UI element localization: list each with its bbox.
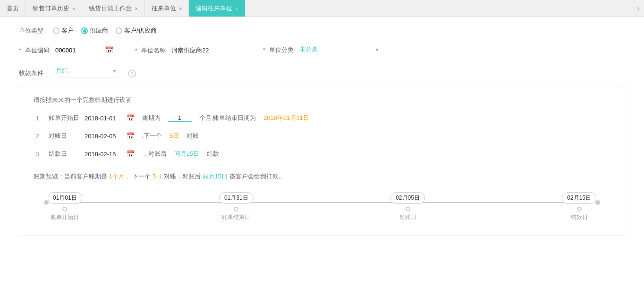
preview-text: 账期预览：当前客户账期是 1个月， 下一个 5日 对账，对账后 同月15日 该客… xyxy=(34,172,610,181)
setting-row-3: 3 结款日 2018-02-15 📅 ，对账后 同月15日 结款 xyxy=(34,150,610,158)
close-sales-history-icon[interactable]: × xyxy=(72,6,75,11)
tab-expand-button[interactable]: › xyxy=(632,0,644,17)
radio-supplier-label: 供应商 xyxy=(90,26,108,35)
close-edit-partner-icon[interactable]: × xyxy=(235,6,238,11)
setting-box-title: 请按照未来的一个完整帐期进行设置 xyxy=(34,96,610,104)
tab-edit-partner-label: 编辑往来单位 xyxy=(195,4,232,13)
unit-category-value: 未分类 xyxy=(299,45,373,54)
calendar-icon-1[interactable]: 📅 xyxy=(127,114,135,122)
timeline-point-1: 01月01日 账单开始日 xyxy=(48,192,82,221)
timeline-badge-4: 02月15日 xyxy=(562,192,596,204)
unit-category-label: 单位分类 xyxy=(269,46,294,54)
row-num-1: 1 xyxy=(34,115,41,122)
row-label-2: 对账日 xyxy=(49,132,77,140)
timeline-label-2: 账单结束日 xyxy=(222,213,250,221)
timeline-badge-1: 01月01日 xyxy=(48,192,82,204)
timeline-label-1: 账单开始日 xyxy=(51,213,79,221)
radio-supplier[interactable]: 供应商 xyxy=(81,26,108,35)
unit-category-select[interactable]: 未分类 ▾ xyxy=(297,43,381,56)
unit-type-radio-group: 客户 供应商 客户/供应商 xyxy=(53,26,157,35)
unit-type-row: 单位类型 客户 供应商 客户/供应商 xyxy=(19,26,625,35)
radio-customer-supplier[interactable]: 客户/供应商 xyxy=(116,26,157,35)
unit-name-input[interactable] xyxy=(169,45,244,56)
month-input[interactable] xyxy=(168,114,192,122)
preview-highlight-2: 5日 xyxy=(153,173,162,180)
timeline-point-2: 01月31日 账单结束日 xyxy=(219,192,254,221)
preview-section: 账期预览：当前客户账期是 1个月， 下一个 5日 对账，对账后 同月15日 该客… xyxy=(34,168,610,226)
unit-type-label: 单位类型 xyxy=(19,26,43,35)
unit-name-field-group: * 单位名称 xyxy=(135,45,244,56)
date-display-1: 2018-01-01 xyxy=(85,115,116,122)
tab-partner-label: 往来单位 xyxy=(152,4,176,13)
date-display-3: 2018-02-15 xyxy=(85,151,116,158)
close-partner-icon[interactable]: × xyxy=(179,6,182,11)
payment-terms-help-icon[interactable]: ? xyxy=(128,70,136,77)
row-label-3: 结款日 xyxy=(49,150,77,158)
tab-bar: 首页 销售订单历史 × 钱货日清工作台 × 往来单位 × 编辑往来单位 × › xyxy=(0,0,644,17)
unit-code-label: 单位编码 xyxy=(25,46,50,55)
timeline-line xyxy=(52,202,592,203)
unit-info-row: * 单位编码 📅 * 单位名称 * 单位分类 未分类 ▾ xyxy=(19,43,625,56)
payment-terms-select[interactable]: 月结 ▾ xyxy=(53,65,119,77)
radio-customer-supplier-circle xyxy=(116,27,122,34)
timeline-points: 01月01日 账单开始日 01月31日 账单结束日 02月05日 对账 xyxy=(43,192,601,221)
payment-terms-chevron-icon: ▾ xyxy=(113,68,116,74)
timeline-dot-1 xyxy=(62,207,67,211)
payment-terms-value: 月结 xyxy=(56,67,110,75)
preview-mid2: 对账，对账后 xyxy=(164,173,201,180)
expand-icon: › xyxy=(637,4,639,13)
radio-supplier-circle xyxy=(81,27,88,34)
unit-code-input[interactable] xyxy=(55,47,102,54)
timeline-dot-3 xyxy=(406,207,410,211)
preview-post: 该客户会给我打款。 xyxy=(229,173,285,180)
desc-1-post: 个月,账单结束日期为 xyxy=(199,114,256,122)
preview-label: 账期预览：当前客户账期是 xyxy=(34,173,107,180)
tab-partner[interactable]: 往来单位 × xyxy=(145,0,189,17)
timeline-dot-4 xyxy=(577,207,582,211)
main-content: 单位类型 客户 供应商 客户/供应商 * 单位编码 📅 xyxy=(0,17,644,287)
unit-code-input-wrapper: 📅 xyxy=(52,44,116,56)
calendar-icon-3[interactable]: 📅 xyxy=(127,150,135,158)
calendar-icon-2[interactable]: 📅 xyxy=(127,132,135,140)
desc-3-post: 结款 xyxy=(207,150,219,158)
timeline-point-4: 02月15日 结款日 xyxy=(562,192,596,221)
unit-code-icon[interactable]: 📅 xyxy=(105,46,113,54)
reconcile-day-highlight: 5日 xyxy=(169,132,179,140)
row-label-1: 账单开始日 xyxy=(49,114,77,122)
unit-name-label: 单位名称 xyxy=(141,46,166,55)
setting-row-1: 1 账单开始日 2018-01-01 📅 账期为 个月,账单结束日期为 2018… xyxy=(34,114,610,122)
setting-row-2: 2 对账日 2018-02-05 📅 ,下一个 5日 对账 xyxy=(34,132,610,140)
timeline-container: 01月01日 账单开始日 01月31日 账单结束日 02月05日 对账 xyxy=(34,192,610,221)
payment-terms-row: 收款条件 月结 ▾ ? xyxy=(19,65,625,77)
payment-day-highlight: 同月15日 xyxy=(174,150,199,158)
timeline-badge-2: 01月31日 xyxy=(219,192,254,204)
preview-highlight-3: 同月15日 xyxy=(203,173,228,180)
close-cash-work-icon[interactable]: × xyxy=(135,6,137,11)
unit-name-star: * xyxy=(135,47,137,54)
desc-2-pre: ,下一个 xyxy=(142,132,162,140)
desc-1-pre: 账期为 xyxy=(142,114,161,122)
timeline-label-3: 对账日 xyxy=(399,213,416,221)
radio-customer[interactable]: 客户 xyxy=(53,26,74,35)
tab-cash-work[interactable]: 钱货日清工作台 × xyxy=(82,0,144,17)
radio-customer-supplier-label: 客户/供应商 xyxy=(124,26,157,35)
radio-customer-circle xyxy=(53,27,59,34)
unit-category-field-group: * 单位分类 未分类 ▾ xyxy=(263,43,381,56)
tab-sales-history-label: 销售订单历史 xyxy=(33,4,69,13)
timeline-dot-2 xyxy=(234,207,238,211)
timeline-point-3: 02月05日 对账日 xyxy=(390,192,425,221)
preview-highlight-1: 1个月， xyxy=(109,173,131,180)
desc-2-post: 对账 xyxy=(186,132,199,140)
payment-terms-label: 收款条件 xyxy=(19,69,43,77)
unit-code-star: * xyxy=(19,47,21,54)
tab-cash-work-label: 钱货日清工作台 xyxy=(89,4,132,13)
unit-code-field-group: * 单位编码 📅 xyxy=(19,44,116,56)
setting-box: 请按照未来的一个完整帐期进行设置 1 账单开始日 2018-01-01 📅 账期… xyxy=(19,86,625,236)
radio-customer-label: 客户 xyxy=(61,26,74,35)
tab-home[interactable]: 首页 xyxy=(0,0,26,17)
tab-sales-history[interactable]: 销售订单历史 × xyxy=(26,0,82,17)
end-date-highlight: 2018年01月31日 xyxy=(263,114,309,122)
date-display-2: 2018-02-05 xyxy=(85,133,116,140)
unit-category-chevron-icon: ▾ xyxy=(376,47,379,53)
tab-edit-partner[interactable]: 编辑往来单位 × xyxy=(189,0,245,17)
